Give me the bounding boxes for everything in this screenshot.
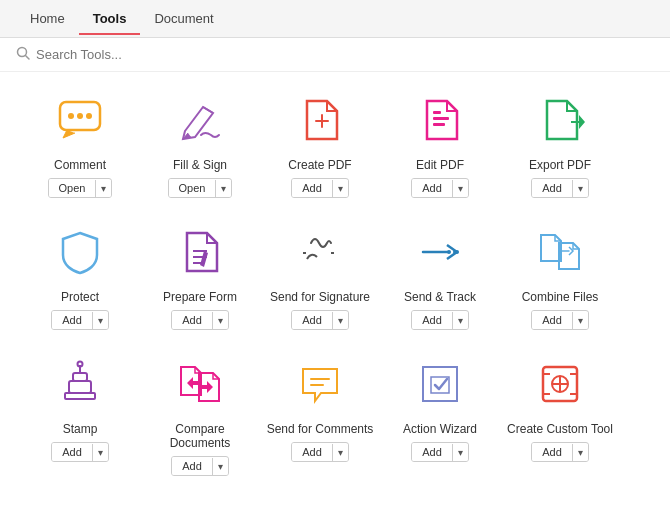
protect-btn-wrap: Add ▾ — [51, 310, 109, 330]
send-signature-btn-wrap: Add ▾ — [291, 310, 349, 330]
comment-icon — [50, 90, 110, 150]
edit-pdf-arrow-btn[interactable]: ▾ — [452, 180, 468, 197]
create-pdf-arrow-btn[interactable]: ▾ — [332, 180, 348, 197]
create-pdf-add-btn[interactable]: Add — [292, 179, 332, 197]
tools-container: Comment Open ▾ Fill & Sign Open ▾ — [0, 72, 670, 512]
search-input[interactable] — [36, 47, 236, 62]
fill-sign-label: Fill & Sign — [173, 158, 227, 172]
stamp-icon — [50, 354, 110, 414]
prepare-form-btn-wrap: Add ▾ — [171, 310, 229, 330]
stamp-arrow-btn[interactable]: ▾ — [92, 444, 108, 461]
comment-open-btn[interactable]: Open — [49, 179, 96, 197]
protect-arrow-btn[interactable]: ▾ — [92, 312, 108, 329]
tools-row-2: Protect Add ▾ Prepare Form Add ▾ — [20, 214, 650, 338]
search-icon — [16, 46, 30, 63]
create-custom-add-btn[interactable]: Add — [532, 443, 572, 461]
send-comments-arrow-btn[interactable]: ▾ — [332, 444, 348, 461]
svg-rect-22 — [69, 381, 91, 393]
svg-line-1 — [26, 56, 30, 60]
tool-export-pdf: Export PDF Add ▾ — [500, 82, 620, 206]
combine-files-icon — [530, 222, 590, 282]
nav-document[interactable]: Document — [140, 3, 227, 34]
compare-docs-btn-wrap: Add ▾ — [171, 456, 229, 476]
nav-bar: Home Tools Document — [0, 0, 670, 38]
protect-label: Protect — [61, 290, 99, 304]
send-signature-label: Send for Signature — [270, 290, 370, 304]
tool-compare-docs: Compare Documents Add ▾ — [140, 346, 260, 484]
send-track-icon — [410, 222, 470, 282]
export-pdf-add-btn[interactable]: Add — [532, 179, 572, 197]
combine-files-label: Combine Files — [522, 290, 599, 304]
tool-fill-sign: Fill & Sign Open ▾ — [140, 82, 260, 206]
action-wizard-add-btn[interactable]: Add — [412, 443, 452, 461]
send-track-label: Send & Track — [404, 290, 476, 304]
send-signature-arrow-btn[interactable]: ▾ — [332, 312, 348, 329]
svg-rect-10 — [433, 111, 441, 114]
fill-sign-arrow-btn[interactable]: ▾ — [215, 180, 231, 197]
fill-sign-icon — [170, 90, 230, 150]
stamp-label: Stamp — [63, 422, 98, 436]
tool-edit-pdf: Edit PDF Add ▾ — [380, 82, 500, 206]
send-signature-icon — [290, 222, 350, 282]
create-custom-btn-wrap: Add ▾ — [531, 442, 589, 462]
svg-point-4 — [77, 113, 83, 119]
action-wizard-arrow-btn[interactable]: ▾ — [452, 444, 468, 461]
send-signature-add-btn[interactable]: Add — [292, 311, 332, 329]
stamp-btn-wrap: Add ▾ — [51, 442, 109, 462]
edit-pdf-icon — [410, 90, 470, 150]
export-pdf-icon — [530, 90, 590, 150]
protect-add-btn[interactable]: Add — [52, 311, 92, 329]
tool-send-signature: Send for Signature Add ▾ — [260, 214, 380, 338]
send-track-add-btn[interactable]: Add — [412, 311, 452, 329]
prepare-form-label: Prepare Form — [163, 290, 237, 304]
comment-btn-wrap: Open ▾ — [48, 178, 113, 198]
tool-stamp: Stamp Add ▾ — [20, 346, 140, 484]
fill-sign-open-btn[interactable]: Open — [169, 179, 216, 197]
export-pdf-btn-wrap: Add ▾ — [531, 178, 589, 198]
protect-icon — [50, 222, 110, 282]
prepare-form-arrow-btn[interactable]: ▾ — [212, 312, 228, 329]
compare-docs-arrow-btn[interactable]: ▾ — [212, 458, 228, 475]
prepare-form-add-btn[interactable]: Add — [172, 311, 212, 329]
tool-combine-files: Combine Files Add ▾ — [500, 214, 620, 338]
export-pdf-arrow-btn[interactable]: ▾ — [572, 180, 588, 197]
action-wizard-label: Action Wizard — [403, 422, 477, 436]
nav-tools[interactable]: Tools — [79, 3, 141, 34]
svg-point-25 — [78, 362, 83, 367]
compare-docs-icon — [170, 354, 230, 414]
tool-prepare-form: Prepare Form Add ▾ — [140, 214, 260, 338]
edit-pdf-label: Edit PDF — [416, 158, 464, 172]
send-comments-label: Send for Comments — [267, 422, 374, 436]
send-comments-add-btn[interactable]: Add — [292, 443, 332, 461]
tools-row-1: Comment Open ▾ Fill & Sign Open ▾ — [20, 82, 650, 206]
export-pdf-label: Export PDF — [529, 158, 591, 172]
send-track-arrow-btn[interactable]: ▾ — [452, 312, 468, 329]
create-pdf-btn-wrap: Add ▾ — [291, 178, 349, 198]
create-pdf-icon — [290, 90, 350, 150]
edit-pdf-add-btn[interactable]: Add — [412, 179, 452, 197]
send-track-btn-wrap: Add ▾ — [411, 310, 469, 330]
svg-rect-8 — [433, 117, 449, 120]
create-custom-arrow-btn[interactable]: ▾ — [572, 444, 588, 461]
tool-send-comments: Send for Comments Add ▾ — [260, 346, 380, 484]
svg-point-20 — [455, 250, 459, 254]
svg-point-3 — [68, 113, 74, 119]
comment-label: Comment — [54, 158, 106, 172]
tool-create-pdf: Create PDF Add ▾ — [260, 82, 380, 206]
send-comments-icon — [290, 354, 350, 414]
compare-docs-add-btn[interactable]: Add — [172, 457, 212, 475]
send-comments-btn-wrap: Add ▾ — [291, 442, 349, 462]
nav-home[interactable]: Home — [16, 3, 79, 34]
create-pdf-label: Create PDF — [288, 158, 351, 172]
combine-files-btn-wrap: Add ▾ — [531, 310, 589, 330]
edit-pdf-btn-wrap: Add ▾ — [411, 178, 469, 198]
stamp-add-btn[interactable]: Add — [52, 443, 92, 461]
combine-files-arrow-btn[interactable]: ▾ — [572, 312, 588, 329]
svg-rect-9 — [433, 123, 445, 126]
svg-rect-23 — [73, 373, 87, 381]
fill-sign-btn-wrap: Open ▾ — [168, 178, 233, 198]
create-custom-icon — [530, 354, 590, 414]
svg-point-5 — [86, 113, 92, 119]
comment-arrow-btn[interactable]: ▾ — [95, 180, 111, 197]
combine-files-add-btn[interactable]: Add — [532, 311, 572, 329]
